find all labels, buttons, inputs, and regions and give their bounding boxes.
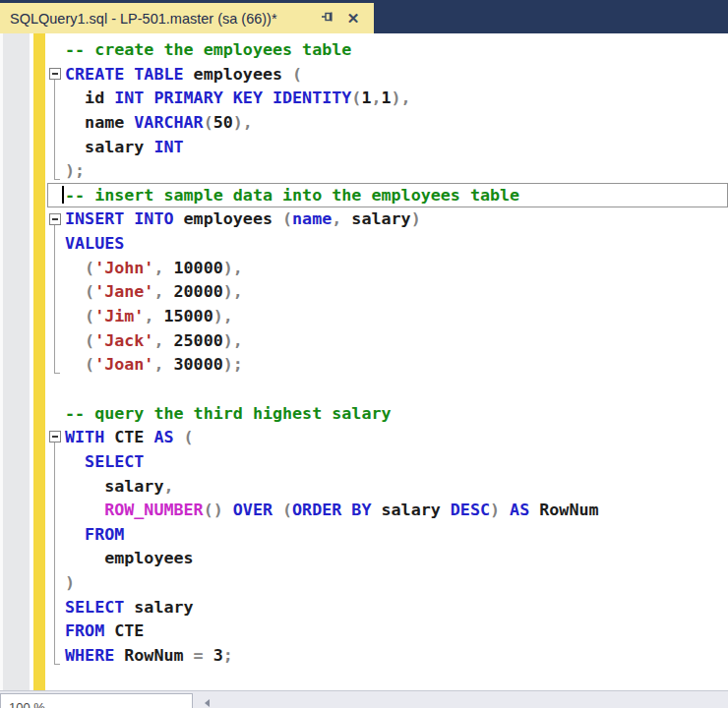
- token-keyword: AS: [153, 427, 173, 446]
- code-line[interactable]: ('Joan', 30000);: [0, 352, 728, 377]
- scrollbar-left-arrow-icon[interactable]: [205, 699, 210, 707]
- token-operator: ): [490, 500, 500, 519]
- token-operator: ),: [392, 88, 411, 107]
- code-line[interactable]: WITH CTE AS (: [0, 425, 728, 449]
- token-operator: (: [65, 330, 94, 350]
- token-identifier: employees: [65, 548, 194, 567]
- token-string: 'Jane': [94, 281, 153, 301]
- code-line[interactable]: [0, 377, 728, 401]
- code-line[interactable]: FROM: [0, 522, 728, 547]
- token-keyword: INT: [153, 137, 183, 156]
- code-line[interactable]: ('Jack', 25000),: [0, 328, 728, 353]
- document-tab-bar: SQLQuery1.sql - LP-501.master (sa (66))*…: [0, 0, 728, 33]
- token-operator: ),: [223, 330, 243, 350]
- token-identifier: CTE: [104, 620, 144, 640]
- token-keyword: INSERT INTO: [65, 208, 174, 228]
- fold-guide-line: [54, 80, 60, 180]
- token-operator: (: [174, 427, 194, 446]
- token-identifier: salary: [371, 500, 450, 519]
- code-line[interactable]: employees: [0, 546, 728, 570]
- code-line[interactable]: id INT PRIMARY KEY IDENTITY(1,1),: [0, 86, 728, 110]
- token-operator: (: [65, 281, 94, 301]
- token-operator: (: [65, 258, 94, 277]
- code-line[interactable]: CREATE TABLE employees (: [0, 62, 728, 87]
- token-operator: ,: [153, 281, 173, 301]
- token-operator: ;: [223, 645, 233, 665]
- token-keyword: name: [292, 208, 332, 228]
- code-line[interactable]: ('Jim', 15000),: [0, 304, 728, 328]
- code-line[interactable]: SELECT: [0, 449, 728, 474]
- token-number: 50: [213, 112, 233, 132]
- token-operator: ),: [213, 306, 233, 325]
- token-number: 30000: [174, 354, 223, 374]
- minus-icon: [52, 436, 58, 438]
- code-line[interactable]: WHERE RowNum = 3;: [0, 643, 728, 668]
- token-keyword: CREATE TABLE: [65, 64, 184, 84]
- token-identifier: salary: [351, 208, 410, 228]
- token-keyword: DESC: [451, 500, 490, 519]
- document-tab[interactable]: SQLQuery1.sql - LP-501.master (sa (66))*…: [0, 3, 374, 33]
- code-line[interactable]: -- query the third highest salary: [0, 401, 728, 426]
- code-line[interactable]: ): [0, 570, 728, 595]
- token-identifier: name: [65, 112, 134, 132]
- code-line[interactable]: );: [0, 158, 728, 183]
- token-identifier: employees: [174, 208, 283, 228]
- token-comment: -- query the third highest salary: [65, 403, 392, 423]
- code-text-area[interactable]: -- create the employees tableCREATE TABL…: [0, 37, 728, 668]
- token-keyword: INT PRIMARY KEY IDENTITY: [114, 88, 351, 107]
- fold-toggle-collapse[interactable]: [49, 431, 61, 442]
- token-number: 3: [213, 645, 223, 665]
- token-operator: (: [204, 112, 213, 132]
- code-line[interactable]: INSERT INTO employees (name, salary): [0, 206, 728, 231]
- token-comment: -- insert sample data into the employees…: [65, 185, 519, 205]
- token-identifier: RowNum: [114, 645, 193, 665]
- fold-toggle-collapse[interactable]: [49, 213, 61, 225]
- zoom-level-value: 100 %: [9, 700, 45, 708]
- fold-guide-line: [54, 225, 60, 375]
- token-operator: ,: [153, 330, 173, 350]
- token-number: 10000: [174, 258, 223, 277]
- token-identifier: CTE: [104, 427, 153, 446]
- token-number: 1: [382, 88, 392, 107]
- close-tab-button[interactable]: ✕: [344, 10, 362, 28]
- token-keyword: SELECT: [65, 451, 144, 471]
- token-string: 'John': [94, 258, 153, 277]
- code-editor[interactable]: -- create the employees tableCREATE TABL…: [0, 33, 728, 691]
- fold-toggle-collapse[interactable]: [49, 68, 61, 80]
- token-comment: -- create the employees table: [65, 39, 351, 59]
- editor-bottom-bar: 100 %: [0, 690, 728, 708]
- token-operator: =: [194, 645, 213, 665]
- token-operator: );: [223, 354, 243, 374]
- text-caret: [62, 186, 64, 204]
- code-line[interactable]: FROM CTE: [0, 619, 728, 643]
- token-identifier: [65, 500, 104, 519]
- token-operator: ,: [163, 476, 173, 496]
- token-identifier: id: [65, 88, 114, 107]
- code-line[interactable]: salary,: [0, 474, 728, 499]
- code-line[interactable]: -- insert sample data into the employees…: [0, 183, 728, 207]
- token-string: 'Jack': [94, 330, 153, 350]
- token-operator: ,: [153, 258, 173, 277]
- token-number: 15000: [163, 306, 212, 325]
- token-identifier: RowNum: [529, 500, 598, 519]
- token-identifier: salary: [124, 597, 193, 617]
- code-line[interactable]: name VARCHAR(50),: [0, 110, 728, 135]
- code-line[interactable]: ROW_NUMBER() OVER (ORDER BY salary DESC)…: [0, 498, 728, 522]
- token-function: ROW_NUMBER: [104, 500, 203, 519]
- zoom-level-select[interactable]: 100 %: [0, 693, 193, 708]
- token-identifier: employees: [184, 64, 293, 84]
- code-line[interactable]: ('Jane', 20000),: [0, 279, 728, 304]
- code-line[interactable]: ('John', 10000),: [0, 256, 728, 280]
- code-line[interactable]: SELECT salary: [0, 595, 728, 620]
- fold-guide-line: [54, 442, 60, 665]
- token-keyword: FROM: [65, 524, 124, 544]
- code-line[interactable]: salary INT: [0, 135, 728, 159]
- minus-icon: [52, 73, 58, 75]
- code-line[interactable]: -- create the employees table: [0, 37, 728, 62]
- token-keyword: WITH: [65, 427, 104, 446]
- code-line[interactable]: VALUES: [0, 231, 728, 256]
- token-operator: ),: [223, 281, 243, 301]
- pin-button[interactable]: [319, 10, 336, 28]
- token-keyword: AS: [500, 500, 529, 519]
- document-tab-title: SQLQuery1.sql - LP-501.master (sa (66))*: [10, 11, 277, 27]
